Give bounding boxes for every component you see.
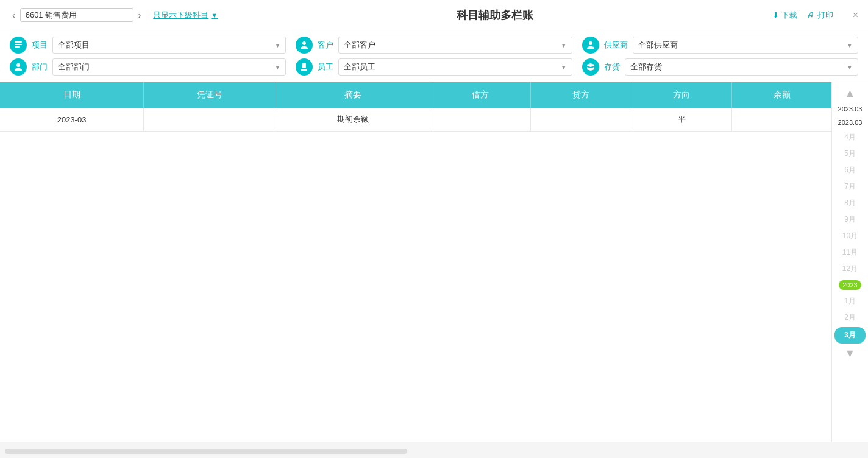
print-btn[interactable]: 🖨 打印 bbox=[807, 10, 833, 21]
svg-rect-5 bbox=[302, 63, 306, 68]
timeline-item-2023-03-b[interactable]: 2023.03 bbox=[832, 116, 868, 129]
filter-item-department: 部门 全部部门 ▼ bbox=[10, 58, 286, 76]
timeline-item-8[interactable]: 8月 bbox=[832, 195, 868, 211]
employee-arrow: ▼ bbox=[561, 64, 567, 71]
timeline-item-12[interactable]: 12月 bbox=[832, 261, 868, 277]
table-row: 2023-03 期初余额 平 bbox=[0, 108, 831, 132]
filter-bar: 项目 全部项目 ▼ 客户 全部客户 ▼ bbox=[0, 30, 868, 82]
inventory-arrow: ▼ bbox=[847, 64, 853, 71]
top-bar: ‹ › 只显示下级科目 ▼ 科目辅助多栏账 ⬇ 下载 🖨 打印 × bbox=[0, 0, 868, 30]
timeline-item-5[interactable]: 5月 bbox=[832, 146, 868, 162]
cell-debit bbox=[430, 108, 530, 132]
project-arrow: ▼ bbox=[274, 42, 280, 49]
timeline-item-4[interactable]: 4月 bbox=[832, 129, 868, 146]
filter-row-1: 项目 全部项目 ▼ 客户 全部客户 ▼ bbox=[10, 37, 858, 54]
toolbar-right: ⬇ 下载 🖨 打印 × bbox=[772, 10, 858, 21]
employee-label: 员工 bbox=[318, 62, 333, 72]
print-icon: 🖨 bbox=[807, 10, 815, 19]
department-value: 全部部门 bbox=[58, 62, 90, 72]
cell-direction: 平 bbox=[631, 108, 732, 132]
timeline-item-10[interactable]: 10月 bbox=[832, 228, 868, 244]
filter-item-project: 项目 全部项目 ▼ bbox=[10, 37, 286, 54]
filter-item-customer: 客户 全部客户 ▼ bbox=[296, 37, 572, 54]
svg-rect-2 bbox=[15, 46, 20, 48]
show-sub-label: 只显示下级科目 bbox=[153, 10, 208, 21]
main-table: 日期 凭证号 摘要 借方 贷方 方向 余额 2023-03 期初余额 平 bbox=[0, 82, 831, 442]
project-label: 项目 bbox=[32, 40, 48, 51]
prev-period-btn[interactable]: ‹ bbox=[10, 9, 18, 21]
col-voucher: 凭证号 bbox=[144, 82, 276, 108]
year-badge-label: 2023 bbox=[839, 280, 861, 290]
customer-label: 客户 bbox=[318, 40, 333, 51]
customer-icon bbox=[296, 37, 313, 54]
col-credit: 贷方 bbox=[530, 82, 631, 108]
svg-rect-1 bbox=[15, 44, 22, 45]
supplier-select[interactable]: 全部供应商 ▼ bbox=[633, 37, 858, 54]
inventory-label: 存货 bbox=[604, 62, 620, 72]
employee-select[interactable]: 全部员工 ▼ bbox=[338, 58, 572, 76]
timeline-item-2[interactable]: 2月 bbox=[832, 309, 868, 326]
customer-value: 全部客户 bbox=[344, 40, 375, 51]
filter-row-2: 部门 全部部门 ▼ 员工 全部员工 ▼ bbox=[10, 58, 858, 76]
customer-arrow: ▼ bbox=[561, 42, 567, 49]
account-code-input[interactable] bbox=[20, 8, 133, 22]
timeline-down-btn[interactable]: ▼ bbox=[842, 345, 858, 362]
filter-item-employee: 员工 全部员工 ▼ bbox=[296, 58, 572, 76]
department-icon bbox=[10, 58, 27, 76]
inventory-icon bbox=[582, 58, 599, 76]
inventory-value: 全部存货 bbox=[630, 62, 662, 72]
project-icon bbox=[10, 37, 27, 54]
col-date: 日期 bbox=[0, 82, 144, 108]
download-icon: ⬇ bbox=[772, 10, 779, 19]
supplier-label: 供应商 bbox=[604, 40, 628, 51]
show-sub-toggle[interactable]: 只显示下级科目 ▼ bbox=[153, 10, 218, 21]
col-summary: 摘要 bbox=[276, 82, 430, 108]
employee-icon bbox=[296, 58, 313, 76]
project-select[interactable]: 全部项目 ▼ bbox=[52, 37, 286, 54]
timeline-item-11[interactable]: 11月 bbox=[832, 244, 868, 261]
close-btn[interactable]: × bbox=[853, 10, 858, 21]
project-value: 全部项目 bbox=[58, 40, 90, 51]
svg-rect-0 bbox=[15, 41, 22, 43]
timeline-up-btn[interactable]: ▲ bbox=[842, 85, 858, 102]
timeline-item-1[interactable]: 1月 bbox=[832, 293, 868, 309]
svg-point-3 bbox=[589, 41, 592, 45]
table-header-row: 日期 凭证号 摘要 借方 贷方 方向 余额 bbox=[0, 82, 831, 108]
cell-credit bbox=[530, 108, 631, 132]
cell-date: 2023-03 bbox=[0, 108, 144, 132]
supplier-value: 全部供应商 bbox=[638, 40, 678, 51]
employee-value: 全部员工 bbox=[344, 62, 375, 72]
table-wrapper: 日期 凭证号 摘要 借方 贷方 方向 余额 2023-03 期初余额 平 ▲ 2… bbox=[0, 82, 868, 442]
ledger-table: 日期 凭证号 摘要 借方 贷方 方向 余额 2023-03 期初余额 平 bbox=[0, 82, 831, 132]
timeline-item-6[interactable]: 6月 bbox=[832, 162, 868, 178]
bottom-bar bbox=[0, 442, 868, 458]
page-title: 科目辅助多栏账 bbox=[218, 8, 772, 23]
next-period-btn[interactable]: › bbox=[136, 9, 144, 21]
timeline-item-3-selected[interactable]: 3月 bbox=[834, 327, 866, 344]
side-timeline: ▲ 2023.03 2023.03 4月 5月 6月 7月 8月 9月 10月 … bbox=[831, 82, 868, 442]
filter-item-inventory: 存货 全部存货 ▼ bbox=[582, 58, 858, 76]
print-label: 打印 bbox=[817, 10, 833, 21]
download-btn[interactable]: ⬇ 下载 bbox=[772, 10, 797, 21]
show-sub-chevron: ▼ bbox=[211, 12, 218, 19]
cell-voucher bbox=[144, 108, 276, 132]
department-label: 部门 bbox=[32, 62, 48, 72]
filter-item-supplier: 供应商 全部供应商 ▼ bbox=[582, 37, 858, 54]
download-label: 下载 bbox=[781, 10, 797, 21]
cell-balance bbox=[732, 108, 831, 132]
department-select[interactable]: 全部部门 ▼ bbox=[52, 58, 286, 76]
timeline-item-7[interactable]: 7月 bbox=[832, 178, 868, 195]
col-balance: 余额 bbox=[732, 82, 831, 108]
col-direction: 方向 bbox=[631, 82, 732, 108]
department-arrow: ▼ bbox=[274, 64, 280, 71]
customer-select[interactable]: 全部客户 ▼ bbox=[338, 37, 572, 54]
timeline-item-9[interactable]: 9月 bbox=[832, 211, 868, 228]
timeline-year-2023[interactable]: 2023 bbox=[832, 277, 868, 293]
col-debit: 借方 bbox=[430, 82, 530, 108]
svg-point-4 bbox=[16, 63, 20, 67]
supplier-arrow: ▼ bbox=[847, 42, 853, 49]
horizontal-scrollbar[interactable] bbox=[5, 449, 407, 454]
inventory-select[interactable]: 全部存货 ▼ bbox=[625, 58, 858, 76]
supplier-icon bbox=[582, 37, 599, 54]
timeline-item-2023-03-top[interactable]: 2023.03 bbox=[832, 102, 868, 116]
